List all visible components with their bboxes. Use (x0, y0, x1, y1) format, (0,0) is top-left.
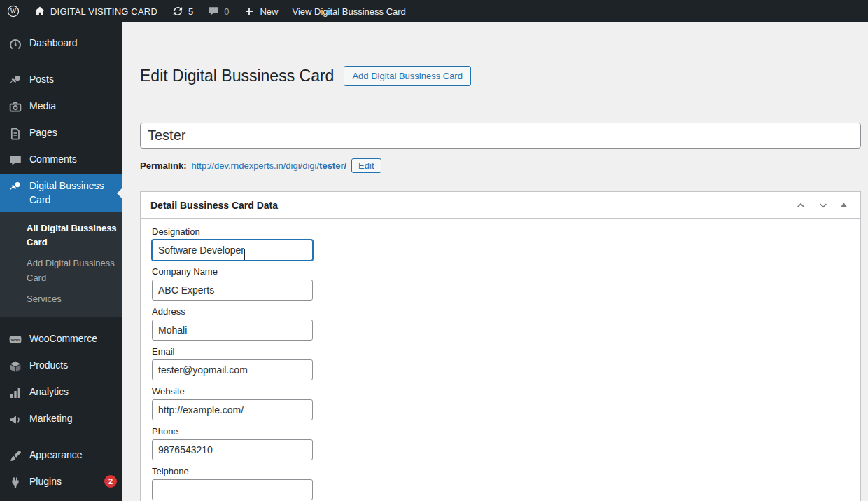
plugins-update-badge: 2 (104, 475, 117, 488)
sidebar-item-posts[interactable]: Posts (0, 67, 122, 94)
comments-icon (8, 153, 22, 167)
view-post-label: View Digital Bussiness Card (292, 6, 405, 17)
phone-input[interactable] (152, 439, 313, 460)
website-input[interactable] (152, 399, 313, 420)
digital-bussiness-card-submenu: All Digital Bussiness Card Add Digital B… (0, 212, 122, 317)
new-label: New (260, 6, 278, 17)
sidebar-item-comments[interactable]: Comments (0, 147, 122, 174)
paintbrush-icon (8, 449, 22, 463)
sidebar-item-products[interactable]: Products (0, 353, 122, 380)
bar-chart-icon (8, 386, 22, 400)
pin-icon (8, 180, 22, 194)
metabox-handle-actions (791, 198, 852, 212)
dashboard-icon (8, 37, 22, 51)
field-label-address: Address (152, 306, 849, 317)
home-icon (34, 5, 46, 18)
sidebar-item-analytics[interactable]: Analytics (0, 380, 122, 406)
company-name-input[interactable] (152, 280, 313, 301)
sidebar-item-label: Plugins (29, 475, 99, 489)
sidebar-item-marketing[interactable]: Marketing (0, 406, 122, 433)
field-label-phone: Phone (152, 426, 849, 437)
submenu-item-label: Services (27, 294, 62, 304)
menu-separator (0, 433, 122, 443)
edit-permalink-button[interactable]: Edit (351, 158, 381, 173)
field-wrap (152, 244, 313, 256)
submenu-item-services[interactable]: Services (0, 289, 122, 310)
move-up-icon[interactable] (791, 198, 811, 212)
field-label-email: Email (152, 346, 849, 357)
permalink: Permalink: http://dev.rndexperts.in/digi… (140, 158, 861, 173)
update-icon (172, 5, 184, 18)
sidebar-item-label: WooCommerce (29, 332, 117, 346)
comment-bubble-icon (207, 5, 220, 18)
plus-icon (243, 5, 255, 18)
sidebar-item-label: Media (29, 99, 117, 114)
text-cursor (244, 249, 245, 260)
sidebar-item-media[interactable]: Media (0, 94, 122, 121)
updates-link[interactable]: 5 (164, 0, 200, 22)
submenu-item-all-digital-bussiness-card[interactable]: All Digital Bussiness Card (0, 218, 122, 253)
permalink-label: Permalink: (140, 160, 186, 171)
collapse-toggle-icon[interactable] (836, 200, 852, 210)
field-label-designation: Designation (152, 226, 849, 237)
plug-icon (8, 476, 22, 490)
new-content-link[interactable]: New (236, 0, 285, 22)
camera-icon (8, 100, 22, 114)
admin-bar: W DIGITAL VISITING CARD 5 0 New View Dig… (0, 0, 868, 22)
box-icon (8, 359, 22, 373)
svg-text:woo: woo (10, 338, 20, 342)
megaphone-icon (8, 413, 22, 427)
add-new-button[interactable]: Add Digital Bussiness Card (344, 66, 471, 86)
wp-logo-menu[interactable]: W (0, 0, 27, 22)
submenu-item-label: Add Digital Bussiness Card (27, 258, 115, 282)
comments-link[interactable]: 0 (200, 0, 236, 22)
submenu-item-label: All Digital Bussiness Card (27, 223, 117, 247)
admin-sidebar: Dashboard Posts Media Pages Comments Dig… (0, 22, 122, 501)
metabox-title: Detail Bussiness Card Data (150, 200, 278, 211)
site-name-link[interactable]: DIGITAL VISITING CARD (27, 0, 164, 22)
field-label-website: Website (152, 386, 849, 397)
sidebar-item-label: Marketing (29, 412, 117, 426)
detail-card-metabox: Detail Bussiness Card Data Designation C… (140, 191, 861, 501)
designation-input[interactable] (152, 240, 313, 261)
address-input[interactable] (152, 320, 313, 341)
metabox-body: Designation Company Name Address Email W… (141, 219, 860, 501)
sidebar-item-woocommerce[interactable]: woo WooCommerce (0, 327, 122, 353)
sidebar-item-plugins[interactable]: Plugins2 (0, 469, 122, 496)
view-post-link[interactable]: View Digital Bussiness Card (285, 0, 412, 22)
field-label-company-name: Company Name (152, 266, 849, 277)
menu-separator (0, 317, 122, 327)
pages-icon (8, 127, 22, 141)
sidebar-item-digital-bussiness-card[interactable]: Digital Bussiness Card (0, 174, 122, 212)
pushpin-icon (8, 74, 22, 88)
sidebar-item-label: Pages (29, 126, 117, 140)
page-title: Edit Digital Bussiness Card (140, 67, 334, 85)
permalink-slug: tester/ (319, 160, 346, 171)
comments-count: 0 (224, 6, 229, 17)
main-content: Edit Digital Bussiness Card Add Digital … (122, 22, 868, 501)
sidebar-item-appearance[interactable]: Appearance (0, 443, 122, 469)
sidebar-item-partial[interactable] (0, 496, 122, 501)
metabox-header[interactable]: Detail Bussiness Card Data (141, 192, 860, 219)
email-input[interactable] (152, 359, 313, 380)
updates-count: 5 (188, 6, 193, 17)
sidebar-item-dashboard[interactable]: Dashboard (0, 31, 122, 57)
svg-text:W: W (10, 8, 17, 15)
sidebar-item-label: Analytics (29, 385, 117, 399)
move-down-icon[interactable] (813, 198, 833, 212)
field-label-telphone: Telphone (152, 466, 849, 476)
sidebar-item-label: Dashboard (29, 36, 117, 50)
sidebar-item-label: Posts (29, 73, 117, 87)
sidebar-item-pages[interactable]: Pages (0, 121, 122, 147)
post-title-input[interactable] (140, 123, 861, 149)
page-header: Edit Digital Bussiness Card Add Digital … (140, 22, 861, 86)
wordpress-logo-icon: W (7, 5, 20, 18)
sidebar-item-label: Digital Bussiness Card (29, 179, 117, 207)
sidebar-item-label: Appearance (29, 448, 117, 462)
submenu-item-add-digital-bussiness-card[interactable]: Add Digital Bussiness Card (0, 253, 122, 288)
telphone-input[interactable] (152, 479, 313, 500)
permalink-link[interactable]: http://dev.rndexperts.in/digi/digi/teste… (191, 160, 346, 171)
menu-separator (0, 57, 122, 67)
sidebar-item-label: Products (29, 359, 117, 373)
permalink-base: http://dev.rndexperts.in/digi/digi/ (191, 160, 319, 171)
